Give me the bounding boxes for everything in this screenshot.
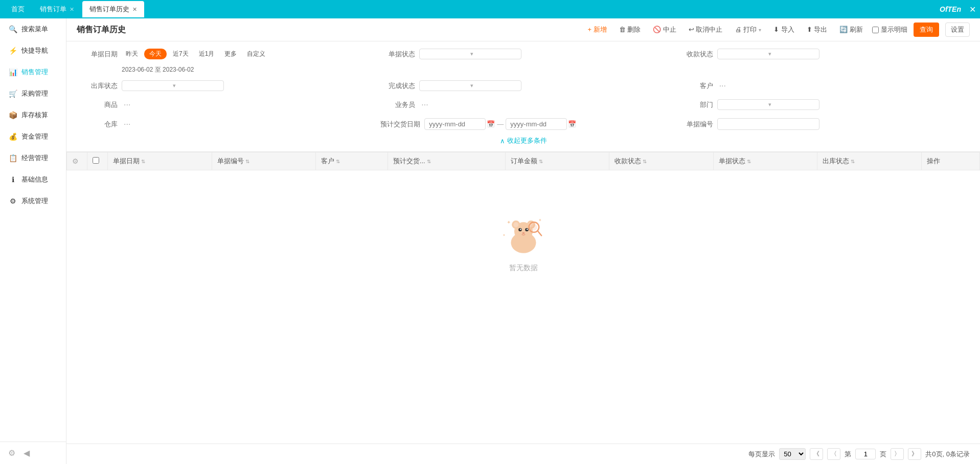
sidebar-item-finance[interactable]: 💰 资金管理 [0, 126, 66, 147]
salesperson-label: 业务员 [378, 100, 419, 109]
complete-status-select[interactable]: ▾ [419, 80, 521, 91]
th-amount-sort[interactable]: 订单金额 ⇅ [511, 157, 604, 166]
collapse-row: ∧ 收起更多条件 [77, 134, 970, 146]
tab-sales-history-close[interactable]: ✕ [132, 6, 137, 13]
empty-row: ✦ ✦ ✦ 暂无数据 [67, 170, 980, 294]
out-status-select[interactable]: ▾ [122, 80, 224, 91]
sidebar-item-quicknav-label: 快捷导航 [21, 46, 48, 55]
customer-dots-btn[interactable]: ··· [717, 81, 728, 91]
docno-input[interactable] [717, 118, 819, 130]
filter-dept-cell: 部门 ▾ [672, 97, 970, 112]
tab-sales-history[interactable]: 销售订单历史 ✕ [82, 1, 144, 17]
date-btn-today[interactable]: 今天 [144, 49, 167, 59]
sidebar-item-quicknav[interactable]: ⚡ 快捷导航 [0, 40, 66, 61]
th-receipt-sort[interactable]: 收款状态 ⇅ [614, 157, 708, 166]
sort-expected-icon: ⇅ [427, 159, 431, 164]
th-date-sort[interactable]: 单据日期 ⇅ [113, 157, 207, 166]
sidebar-item-sales[interactable]: 📊 销售管理 [0, 61, 66, 83]
date-quick-btns: 昨天 今天 近7天 近1月 更多 自定义 [122, 49, 269, 59]
sidebar-item-search[interactable]: 🔍 搜索菜单 [0, 18, 66, 40]
new-button[interactable]: + 新增 [584, 23, 609, 36]
doc-status-chevron-icon: ▾ [470, 51, 517, 57]
out-status-label: 出库状态 [81, 81, 122, 91]
query-button[interactable]: 查询 [914, 23, 939, 37]
export-button[interactable]: ⬆ 导出 [804, 23, 831, 36]
filter-complete-status-cell: 完成状态 ▾ [374, 78, 672, 93]
show-detail-checkbox[interactable]: 显示明细 [872, 25, 907, 34]
filter-row-1: 单据日期 昨天 今天 近7天 近1月 更多 自定义 单据状态 [77, 47, 970, 61]
sidebar: 🔍 搜索菜单 ⚡ 快捷导航 📊 销售管理 🛒 采购管理 📦 库存核算 💰 资金管… [0, 18, 66, 464]
empty-illustration: ✦ ✦ ✦ [498, 211, 549, 257]
date-btn-custom[interactable]: 自定义 [243, 49, 269, 59]
sidebar-item-purchase[interactable]: 🛒 采购管理 [0, 83, 66, 104]
import-button-label: ⬇ 导入 [773, 25, 794, 34]
expected-date-start-input[interactable] [424, 118, 486, 130]
filter-expected-date-cell: 预计交货日期 📅 — 📅 [374, 116, 672, 132]
topbar-close-icon[interactable]: ✕ [969, 5, 976, 14]
date-separator: — [497, 120, 504, 128]
brand-label: OfTEn [940, 5, 961, 13]
select-all-checkbox[interactable] [93, 157, 99, 164]
per-page-select[interactable]: 50 10 20 100 [779, 448, 806, 460]
empty-text: 暂无数据 [509, 263, 538, 273]
last-page-button[interactable]: 》 [908, 448, 921, 460]
settings-button[interactable]: 设置 [945, 23, 970, 37]
th-docno-sort[interactable]: 单据编号 ⇅ [217, 157, 311, 166]
goods-dots-btn[interactable]: ··· [122, 100, 132, 109]
expected-date-end-input[interactable] [506, 118, 567, 130]
import-button[interactable]: ⬇ 导入 [770, 23, 797, 36]
prev-page-button[interactable]: 〈 [827, 448, 840, 460]
dept-select[interactable]: ▾ [717, 99, 819, 110]
print-button[interactable]: 🖨 打印 ▾ [732, 23, 765, 36]
th-customer-sort[interactable]: 客户 ⇅ [321, 157, 382, 166]
date-btn-7days[interactable]: 近7天 [169, 49, 193, 59]
collapse-button[interactable]: ∧ 收起更多条件 [500, 136, 547, 145]
tab-sales-order[interactable]: 销售订单 ✕ [33, 1, 81, 17]
page-number-input[interactable] [855, 449, 876, 459]
date-btn-1month[interactable]: 近1月 [195, 49, 219, 59]
page-suffix: 页 [880, 450, 886, 459]
calendar-start-icon[interactable]: 📅 [487, 120, 495, 128]
sort-amount-icon: ⇅ [539, 159, 543, 164]
receipt-status-label: 收款状态 [676, 50, 717, 59]
th-date-label: 单据日期 [113, 157, 140, 166]
warehouse-dots-btn[interactable]: ··· [122, 120, 132, 129]
th-checkbox[interactable] [87, 152, 108, 170]
sidebar-item-inventory[interactable]: 📦 库存核算 [0, 104, 66, 126]
filter-goods-cell: 商品 ··· [77, 98, 374, 112]
th-expected-sort[interactable]: 预计交货... ⇅ [393, 157, 500, 166]
th-docstatus-sort[interactable]: 单据状态 ⇅ [719, 157, 812, 166]
doc-status-select[interactable]: ▾ [419, 49, 521, 59]
delete-button[interactable]: 🗑 删除 [616, 23, 644, 36]
cancel-stop-button[interactable]: ↩ 取消中止 [686, 23, 726, 36]
print-chevron-icon: ▾ [759, 27, 761, 33]
th-gear[interactable]: ⚙ [67, 152, 87, 170]
sort-outstatus-icon: ⇅ [851, 159, 855, 164]
tab-sales-order-close[interactable]: ✕ [70, 6, 74, 13]
sidebar-settings-icon[interactable]: ⚙ [8, 448, 15, 458]
filter-area: 单据日期 昨天 今天 近7天 近1月 更多 自定义 单据状态 [66, 41, 980, 152]
first-page-button[interactable]: 《 [810, 448, 823, 460]
tab-home[interactable]: 首页 [4, 1, 32, 17]
sidebar-collapse-icon[interactable]: ◀ [24, 448, 30, 458]
sidebar-item-operation[interactable]: 📋 经营管理 [0, 147, 66, 169]
date-btn-more[interactable]: 更多 [220, 49, 241, 59]
stop-button[interactable]: 🚫 中止 [650, 23, 679, 36]
th-expected-label: 预计交货... [393, 157, 425, 166]
refresh-button[interactable]: 🔄 刷新 [836, 23, 866, 36]
receipt-status-select[interactable]: ▾ [717, 49, 819, 59]
date-btn-yesterday[interactable]: 昨天 [122, 49, 142, 59]
filter-doc-status-cell: 单据状态 ▾ [374, 47, 672, 61]
toolbar: + 新增 🗑 删除 🚫 中止 ↩ 取消中止 🖨 打印 ▾ ⬇ 导入 [584, 23, 970, 37]
svg-text:✦: ✦ [503, 233, 506, 237]
sidebar-item-system[interactable]: ⚙ 系统管理 [0, 190, 66, 212]
gear-icon[interactable]: ⚙ [72, 157, 79, 165]
dept-label: 部门 [676, 100, 717, 109]
next-page-button[interactable]: 〉 [891, 448, 904, 460]
sidebar-item-basic[interactable]: ℹ 基础信息 [0, 169, 66, 190]
sort-date-icon: ⇅ [141, 159, 145, 164]
salesperson-dots-btn[interactable]: ··· [419, 100, 430, 109]
show-detail-input[interactable] [872, 27, 879, 33]
th-outstatus-sort[interactable]: 出库状态 ⇅ [823, 157, 916, 166]
calendar-end-icon[interactable]: 📅 [568, 120, 576, 128]
